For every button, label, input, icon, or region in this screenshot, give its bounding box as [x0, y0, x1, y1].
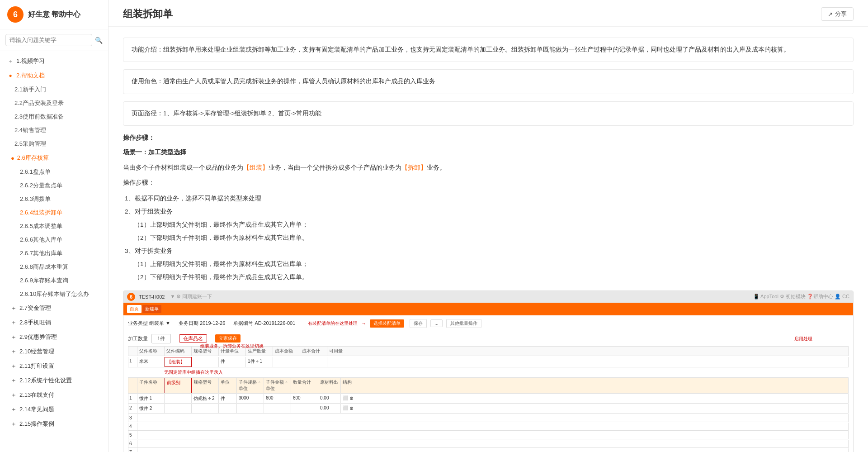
sim-test-id: TEST-H002 [139, 294, 165, 300]
nav-item-1[interactable]: ＋ 1.视频学习 [0, 54, 108, 68]
sidebar-item-2-6-9[interactable]: 2.6.9库存账本查询 [0, 274, 108, 287]
sim-sub-row-6: 6 [128, 440, 849, 448]
sidebar-item-2-3[interactable]: 2.3使用前数据准备 [0, 110, 108, 124]
step-3-label: 3、对于拆卖业务 [125, 245, 854, 257]
nav-label-2: 2.帮助文档 [16, 71, 45, 80]
sim-form-row: 业务类型 组装单 ▼ 业务日期 2019-12-26 单据编号 AD-20191… [128, 319, 849, 331]
sim-arrow-1: → [361, 321, 366, 326]
search-bar: 🔍 [0, 29, 108, 51]
search-input[interactable] [5, 34, 92, 46]
step-2-label: 2、对于组装业务 [125, 205, 854, 218]
nav-group-2: ● 2.帮助文档 2.1新手入门 2.2产品安装及登录 2.3使用前数据准备 2… [0, 68, 108, 431]
sidebar-item-2-1[interactable]: 2.1新手入门 [0, 83, 108, 96]
breadcrumb-text: 页面路径：1、库存核算->库存管理->组装拆卸单 2、首页->常用功能 [132, 108, 845, 119]
scene1-title-text: 场景一：加工类型选择 [123, 149, 186, 156]
nav-item-2-12[interactable]: ＋ 2.12系统个性化设置 [0, 373, 108, 388]
sim-btn-config: 选择装配清单 [370, 319, 404, 328]
sim-content: 业务类型 组装单 ▼ 业务日期 2019-12-26 单据编号 AD-20191… [123, 315, 853, 452]
share-button[interactable]: ↗ 分享 [821, 7, 854, 21]
toggle-icon-2-12: ＋ [11, 376, 17, 385]
search-button[interactable]: 🔍 [95, 37, 103, 44]
sidebar-item-2-6-8[interactable]: 2.6.8商品成本重算 [0, 260, 108, 274]
sim-sub-row-1: 1 微件 1 仿规格 ÷ 2 件 3000 600 600 0.00 ⬜ 🗑 [128, 394, 849, 404]
nav-label-2-11: 2.11打印设置 [19, 362, 54, 370]
logo-icon: 6 [7, 6, 24, 23]
sim-save-btn2: 立家保存 [215, 334, 241, 343]
sidebar-item-2-6-10[interactable]: 2.6.10库存账本错了怎么办 [0, 287, 108, 301]
keyword-assembly: 【组装】 [243, 164, 269, 171]
main-content: 功能介绍：组装拆卸单用来处理企业组装或拆卸等加工业务，支持有固定装配清单的产品加… [108, 27, 868, 452]
sim-row-2: 加工数量 1件 仓库品名 立家保存 组装业务、拆卸业务在这里切换 启用处理 [128, 334, 849, 343]
sidebar-item-2-4[interactable]: 2.4销售管理 [0, 124, 108, 137]
toggle-icon-2-10: ＋ [11, 347, 17, 356]
sim-doc-type: 业务类型 组装单 ▼ [128, 320, 170, 327]
nav-item-2-11[interactable]: ＋ 2.11打印设置 [0, 359, 108, 373]
sim-annotation-3: 启用处理 [794, 336, 812, 342]
breadcrumb-block: 页面路径：1、库存核算->库存管理->组装拆卸单 2、首页->常用功能 [123, 101, 854, 126]
nav-item-2-9[interactable]: ＋ 2.9优惠券管理 [0, 330, 108, 344]
sidebar-item-2-6-3[interactable]: 2.6.3调拨单 [0, 192, 108, 206]
scene1-desc: 当由多个子件材料组装成一个成品的业务为【组装】业务，当由一个父件拆分成多个子产品… [123, 162, 854, 174]
sidebar-item-2-2[interactable]: 2.2产品安装及登录 [0, 96, 108, 110]
intro-block-2: 使用角色：通常由生产人员或库管人员完成拆装业务的操作，库管人员确认原材料的出库和… [123, 69, 854, 94]
sim-more-actions: 其他批量操作 [446, 319, 481, 328]
sidebar-item-2-6-7[interactable]: 2.6.7其他出库单 [0, 247, 108, 260]
sidebar-item-2-6-2[interactable]: 2.6.2分量盘点单 [0, 179, 108, 192]
sidebar-item-2-6-5[interactable]: 2.6.5成本调整单 [0, 219, 108, 233]
sidebar-item-2-6-1[interactable]: 2.6.1盘点单 [0, 165, 108, 179]
step-3-sub-1: （1）上部明细为父件明细，最终作为原材料生成其它出库单； [134, 258, 854, 270]
nav-item-2-8[interactable]: ＋ 2.8手机旺铺 [0, 315, 108, 330]
share-icon: ↗ [828, 11, 833, 18]
screenshot-container: 6 TEST-H002 ▼ ⚙ 同期建账一下 📱 AppTool ⚙ 初始模块 … [123, 290, 854, 452]
sidebar-nav: ＋ 1.视频学习 ● 2.帮助文档 2.1新手入门 2.2产品安装及登录 2.3… [0, 51, 108, 452]
sim-btn-save: 保存 [410, 319, 427, 328]
toggle-icon-1: ＋ [7, 58, 14, 64]
sim-sub-table-header: 子件名称 前级别 规格型号 单位 子件规格 ÷ 单位 子件金额 ÷ 单位 数量合… [128, 377, 849, 394]
nav-item-2-10[interactable]: ＋ 2.10经营管理 [0, 344, 108, 359]
sidebar-item-2-6-6[interactable]: 2.6.6其他入库单 [0, 233, 108, 247]
nav-label-2-6: 2.6库存核算 [17, 154, 49, 162]
sim-qty-label: 加工数量 [128, 335, 148, 342]
scene1-title: 场景一：加工类型选择 [123, 147, 854, 158]
keyword-disassembly: 【拆卸】 [401, 164, 427, 171]
nav-label-1: 1.视频学习 [16, 57, 45, 65]
nav-item-2-7[interactable]: ＋ 2.7资金管理 [0, 301, 108, 315]
step-1: 1、根据不同的业务，选择不同单据的类型来处理 [125, 192, 854, 205]
nav-item-2-6[interactable]: ● 2.6库存核算 [0, 151, 108, 165]
sim-sub-row-2: 2 微件 2 0.00 ⬜ 🗑 [128, 404, 849, 414]
logo-area: 6 好生意 帮助中心 [0, 0, 108, 29]
sim-warehouse: 仓库品名 [179, 335, 207, 342]
step-2-sub-1: （1）上部明细为父件明细，最终作为产成品生成其它入库单； [134, 219, 854, 231]
sim-btn-more: ... [430, 319, 442, 327]
share-label: 分享 [835, 10, 847, 18]
sidebar: 6 好生意 帮助中心 🔍 ＋ 1.视频学习 ● 2.帮助文档 2.1新手入门 2… [0, 0, 108, 452]
logo-text: 好生意 帮助中心 [28, 10, 80, 19]
nav-label-2-13: 2.13在线支付 [19, 391, 54, 399]
sidebar-item-2-6-4[interactable]: 2.6.4组装拆卸单 [0, 206, 108, 219]
nav-item-2-14[interactable]: ＋ 2.14常见问题 [0, 402, 108, 417]
sim-annotation-2: 组装业务、拆卸业务在这里切换 [200, 343, 264, 349]
nav-item-2-15[interactable]: ＋ 2.15操作案例 [0, 417, 108, 431]
sim-nav-new: 新建单 [142, 305, 161, 313]
step-2-sub-2: （2）下部明细为子件明细，最终作为原材料生成其它出库单。 [134, 232, 854, 244]
nav-label-2-7: 2.7资金管理 [19, 304, 51, 312]
intro-text-2: 使用角色：通常由生产人员或库管人员完成拆装业务的操作，库管人员确认原材料的出库和… [132, 76, 845, 87]
nav-item-2-13[interactable]: ＋ 2.13在线支付 [0, 388, 108, 402]
toggle-icon-2-9: ＋ [11, 333, 17, 341]
sim-sub-row-3: 3 [128, 414, 849, 422]
sim-annotation-1: 有装配清单的在这里处理 [308, 320, 358, 327]
sidebar-item-2-5[interactable]: 2.5采购管理 [0, 137, 108, 151]
steps-list: 1、根据不同的业务，选择不同单据的类型来处理 2、对于组装业务 （1）上部明细为… [123, 192, 854, 283]
intro-text-1: 功能介绍：组装拆卸单用来处理企业组装或拆卸等加工业务，支持有固定装配清单的产品加… [132, 44, 845, 55]
nav-label-2-8: 2.8手机旺铺 [19, 319, 51, 327]
sim-icons: 📱 AppTool ⚙ 初始模块 ❓帮助中心 👤 CC [753, 293, 849, 300]
step-3-sub: （1）上部明细为父件明细，最终作为原材料生成其它出库单； （2）下部明细为子件明… [125, 258, 854, 283]
sim-qty-value: 1件 [151, 334, 171, 343]
step-3-sub-2: （2）下部明细为子件明细，最终作为产成品生成其它入库单。 [134, 271, 854, 283]
nav-item-2[interactable]: ● 2.帮助文档 [0, 68, 108, 83]
sim-doc-no: 单据编号 AD-20191226-001 [233, 320, 295, 327]
sim-table-row-1: 1 米米 【组装】 件 1件 ÷ 1 [128, 357, 849, 367]
toggle-icon-2-6: ● [11, 155, 14, 162]
page-title: 组装拆卸单 [123, 7, 173, 21]
nav-label-2-10: 2.10经营管理 [19, 347, 54, 356]
